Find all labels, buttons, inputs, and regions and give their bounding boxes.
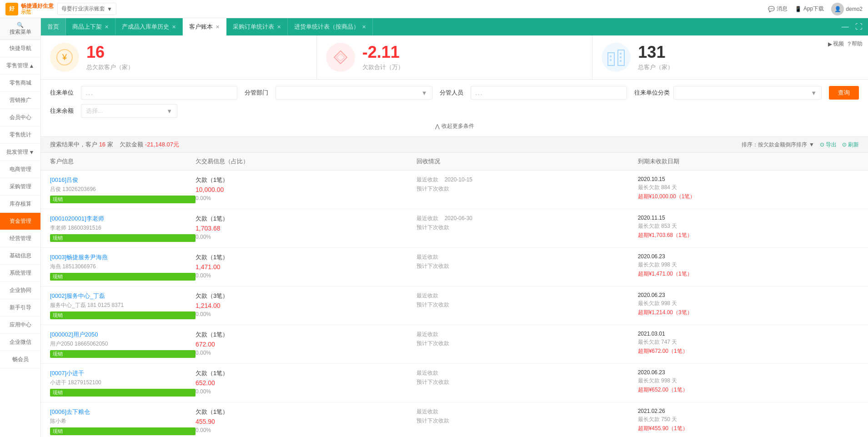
filter-balance-input[interactable]: 选择... ▼ bbox=[81, 104, 177, 118]
tab-customer-account[interactable]: 客户账本 ✕ bbox=[183, 18, 226, 35]
tab-minimize-btn[interactable]: — bbox=[840, 22, 851, 32]
recovery-info-6: 最近收款 预计下次收款 bbox=[416, 408, 637, 425]
top-bar-right: 💬 消息 📱 App下载 👤 demo2 bbox=[768, 3, 863, 15]
sidebar-retail-mgmt-label: 零售管理 bbox=[6, 62, 28, 70]
overdue-text-0[interactable]: 超期¥10,000.00（1笔） bbox=[638, 193, 859, 201]
customer-name-6[interactable]: [0006]去下粮仓 bbox=[50, 408, 90, 415]
logo-area: 好 畅捷通好生意 示范 bbox=[5, 3, 54, 15]
sidebar-item-inventory[interactable]: 库存核算 bbox=[0, 196, 40, 213]
top-bar: 好 畅捷通好生意 示范 母婴行业演示账套 ▼ 💬 消息 📱 App下载 👤 de… bbox=[0, 0, 868, 18]
max-overdue-5: 最长欠款 998 天 bbox=[638, 377, 859, 385]
filter-person-input[interactable]: ... bbox=[471, 86, 627, 100]
due-date-1: 2020.11.15 bbox=[638, 215, 859, 221]
stat-text-total: 131 总客户（家） bbox=[638, 43, 673, 71]
recovery-info-5: 最近收款 预计下次收款 bbox=[416, 369, 637, 386]
help-label: 帮助 bbox=[852, 40, 863, 48]
stat-label-debt-amount: 欠款合计（万） bbox=[362, 63, 404, 71]
stat-value-debt-amount: -2.11 bbox=[362, 43, 404, 61]
customer-name-4[interactable]: [000002]用户2050 bbox=[50, 331, 98, 338]
sidebar-item-retail-mall[interactable]: 零售商城 bbox=[0, 75, 40, 92]
tab-product-onoff-close[interactable]: ✕ bbox=[105, 24, 109, 30]
sidebar-item-purchase[interactable]: 采购管理 bbox=[0, 178, 40, 196]
sidebar-item-system[interactable]: 系统管理 bbox=[0, 265, 40, 282]
sidebar-item-wholesale[interactable]: 批发管理 ▼ bbox=[0, 144, 40, 161]
sidebar-item-wecom[interactable]: 企业微信 bbox=[0, 334, 40, 351]
stat-icon-debt: ¥ bbox=[50, 43, 79, 72]
debt-info-2: 欠款（1笔） 1,471.00 0.00% bbox=[196, 253, 416, 279]
company-selector[interactable]: 母婴行业演示账套 ▼ bbox=[57, 3, 116, 15]
sidebar-item-member2[interactable]: 畅会员 bbox=[0, 351, 40, 368]
stat-text-debt: 16 总欠款客户（家） bbox=[86, 43, 134, 71]
message-btn[interactable]: 💬 消息 bbox=[768, 5, 788, 13]
sidebar-item-member[interactable]: 会员中心 bbox=[0, 109, 40, 126]
table-row: [0007]小进干 小进干 18279152100 现销 欠款（1笔） 652.… bbox=[41, 364, 868, 402]
max-overdue-6: 最长欠款 750 天 bbox=[638, 416, 859, 423]
due-date-6: 2021.02.26 bbox=[638, 408, 859, 414]
sidebar-purchase-label: 采购管理 bbox=[10, 183, 31, 190]
sidebar-item-retail-stats[interactable]: 零售统计 bbox=[0, 126, 40, 144]
customer-name-2[interactable]: [0003]畅捷服务尹海燕 bbox=[50, 254, 108, 261]
customer-info-3: [0002]服务中心_丁磊 服务中心_丁磊 181 0125 8371 现销 bbox=[50, 292, 196, 319]
customer-name-0[interactable]: [0016]吕俊 bbox=[50, 176, 78, 183]
sidebar-item-basic-info[interactable]: 基础信息 bbox=[0, 247, 40, 265]
export-label: 导出 bbox=[826, 141, 837, 149]
filter-vendor-input[interactable]: ... bbox=[81, 86, 237, 100]
overdue-text-6[interactable]: 超期¥455.90（1笔） bbox=[638, 425, 859, 432]
customer-info-2: [0003]畅捷服务尹海燕 海燕 18513066976 现销 bbox=[50, 253, 196, 281]
customer-name-1[interactable]: [0001020001]李老师 bbox=[50, 215, 104, 222]
sidebar-item-marketing[interactable]: 营销推广 bbox=[0, 92, 40, 109]
sort-selector[interactable]: 排序：按欠款金额倒序排序 ▼ bbox=[742, 141, 814, 149]
overdue-text-4[interactable]: 超期¥672.00（1笔） bbox=[638, 347, 859, 355]
due-date-5: 2020.06.23 bbox=[638, 369, 859, 376]
export-btn[interactable]: ⊙ 导出 bbox=[820, 141, 837, 149]
filter-category-input[interactable]: ▼ bbox=[673, 86, 822, 100]
filter-dept-input[interactable]: ▼ bbox=[276, 86, 432, 100]
sidebar-item-ecommerce[interactable]: 电商管理 bbox=[0, 161, 40, 178]
debt-amount-4: 672.00 bbox=[196, 341, 416, 348]
sidebar-item-finance[interactable]: 资金管理 bbox=[0, 213, 40, 230]
tab-purchase-stats-close[interactable]: ✕ bbox=[277, 24, 281, 30]
sidebar-item-quicknav[interactable]: 快捷导航 bbox=[0, 40, 40, 57]
query-btn[interactable]: 查询 bbox=[829, 86, 859, 100]
user-area[interactable]: 👤 demo2 bbox=[831, 3, 863, 15]
max-overdue-0: 最长欠款 884 天 bbox=[638, 184, 859, 191]
overdue-text-3[interactable]: 超期¥1,214.00（3笔） bbox=[638, 309, 859, 316]
tab-home[interactable]: 首页 bbox=[41, 18, 66, 35]
debt-amount-6: 455.90 bbox=[196, 418, 416, 425]
customer-name-3[interactable]: [0002]服务中心_丁磊 bbox=[50, 292, 105, 299]
sidebar-item-business[interactable]: 经营管理 bbox=[0, 230, 40, 247]
collapse-label: 收起更多条件 bbox=[442, 122, 474, 130]
overdue-text-2[interactable]: 超期¥1,471.00（1笔） bbox=[638, 270, 859, 278]
customer-name-5[interactable]: [0007]小进干 bbox=[50, 370, 84, 377]
sidebar-item-retail-mgmt[interactable]: 零售管理 ▲ bbox=[0, 57, 40, 75]
sidebar-search[interactable]: 🔍 搜索菜单 bbox=[0, 18, 40, 40]
message-label: 消息 bbox=[777, 5, 788, 13]
sidebar-item-app-center[interactable]: 应用中心 bbox=[0, 316, 40, 334]
tab-maximize-btn[interactable]: ⛶ bbox=[853, 22, 864, 32]
due-date-4: 2021.03.01 bbox=[638, 331, 859, 337]
app-download-btn[interactable]: 📱 App下载 bbox=[795, 5, 824, 13]
collapse-btn[interactable]: ⋀ 收起更多条件 bbox=[435, 122, 474, 130]
overdue-text-5[interactable]: 超期¥652.00（1笔） bbox=[638, 386, 859, 394]
tab-customer-account-close[interactable]: ✕ bbox=[216, 24, 220, 30]
stat-icon-amount bbox=[326, 43, 355, 72]
customer-tag-4: 现销 bbox=[50, 350, 196, 358]
tab-goods-stats[interactable]: 进货单统计表（按商品） ✕ bbox=[288, 18, 373, 35]
tab-product-history-close[interactable]: ✕ bbox=[172, 24, 176, 30]
refresh-btn[interactable]: ⊙ 刷新 bbox=[842, 141, 859, 149]
tab-purchase-stats[interactable]: 采购订单统计表 ✕ bbox=[226, 18, 288, 35]
sidebar-guide-label: 新手引导 bbox=[10, 304, 31, 311]
debt-ratio-1: 0.00% bbox=[196, 234, 416, 240]
overdue-text-1[interactable]: 超期¥1,703.68（1笔） bbox=[638, 231, 859, 239]
sidebar-ecommerce-label: 电商管理 bbox=[10, 166, 31, 172]
help-btn[interactable]: ? 帮助 bbox=[848, 40, 863, 48]
sidebar-item-guide[interactable]: 新手引导 bbox=[0, 299, 40, 316]
tab-product-onoff[interactable]: 商品上下架 ✕ bbox=[66, 18, 115, 35]
table-header: 客户信息 欠交易信息（占比） 回收情况 到期未收款日期 bbox=[41, 153, 868, 171]
tab-product-history[interactable]: 产成品入库单历史 ✕ bbox=[115, 18, 183, 35]
building-icon bbox=[605, 46, 627, 68]
tab-goods-stats-close[interactable]: ✕ bbox=[362, 24, 366, 30]
video-btn[interactable]: ▶ 视频 bbox=[828, 40, 844, 48]
sidebar-item-collab[interactable]: 企业协同 bbox=[0, 282, 40, 299]
customer-tag-1: 现销 bbox=[50, 234, 196, 242]
